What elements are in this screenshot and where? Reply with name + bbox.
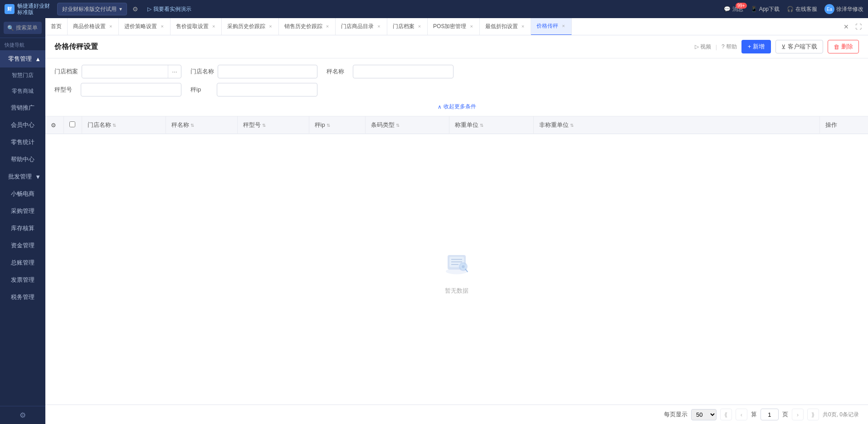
prev-page-button[interactable]: ‹	[736, 409, 747, 420]
tab-sale-history-label: 销售历史价跟踪	[284, 23, 322, 30]
online-service-item[interactable]: 🎧 在线客服	[787, 5, 817, 13]
page-number-input[interactable]	[761, 409, 779, 420]
tab-price-scale[interactable]: 价格传秤 ×	[531, 18, 571, 35]
tab-min-discount[interactable]: 最低折扣设置 ×	[480, 18, 531, 35]
sidebar-item-marketing[interactable]: 营销推广	[0, 99, 45, 116]
page-title: 价格传秤设置	[54, 42, 98, 52]
phone-icon: 📱	[751, 6, 757, 12]
arrow-down-icon: ▼	[35, 173, 41, 180]
version-label: 好业财标准版交付试用	[62, 5, 117, 13]
sidebar-item-invoice-mgmt[interactable]: 发票管理	[0, 271, 45, 289]
scale-model-input[interactable]	[81, 83, 181, 96]
collapse-button[interactable]: ∧ 收起更多条件	[438, 103, 476, 111]
th-weight-unit[interactable]: 称重单位 ⇅	[449, 116, 533, 134]
tab-min-discount-label: 最低折扣设置	[485, 23, 518, 30]
demo-link[interactable]: ▷ 我要看实例演示	[147, 5, 191, 13]
tab-purchase-history-close[interactable]: ×	[268, 24, 273, 29]
tab-store-file[interactable]: 门店档案 ×	[387, 18, 428, 35]
last-page-button[interactable]: ⟫	[807, 409, 819, 420]
main-layout: 🔍 搜索菜单 快捷导航 零售管理 ▲ 智慧门店 零售商城 营销推广 会员中心 零…	[0, 18, 868, 424]
sidebar-item-tax-mgmt[interactable]: 税务管理	[0, 289, 45, 306]
search-menu-button[interactable]: 🔍 搜索菜单	[4, 22, 42, 34]
tab-close-button[interactable]: ✕	[841, 21, 852, 32]
help-icon: ?	[722, 43, 725, 50]
th-scale-ip[interactable]: 秤ip ⇅	[309, 116, 365, 134]
tab-price-setting[interactable]: 商品价格设置 ×	[68, 18, 119, 35]
sidebar-item-purchase-mgmt[interactable]: 采购管理	[0, 202, 45, 220]
tab-home[interactable]: 首页	[45, 18, 68, 35]
tab-price-scale-close[interactable]: ×	[561, 23, 566, 29]
th-barcode-type-label: 条码类型	[371, 121, 395, 129]
first-page-button[interactable]: ⟪	[720, 409, 732, 420]
th-scale-name-label: 秤名称	[171, 121, 189, 129]
video-link[interactable]: ▷ 视频	[695, 43, 711, 51]
tab-sale-history[interactable]: 销售历史价跟踪 ×	[279, 18, 336, 35]
sidebar-item-wholesale-mgmt[interactable]: 批发管理 ▼	[0, 168, 45, 185]
filter-store-file: 门店档案 ···	[54, 65, 181, 78]
sidebar-settings-icon[interactable]: ⚙	[20, 411, 26, 419]
add-button[interactable]: + 新增	[741, 40, 771, 53]
tab-sale-extract-close[interactable]: ×	[211, 24, 216, 29]
per-page-select[interactable]: 10 20 50 100	[691, 409, 717, 420]
th-scale-model[interactable]: 秤型号 ⇅	[237, 116, 309, 134]
th-barcode-type[interactable]: 条码类型 ⇅	[366, 116, 449, 134]
sidebar-item-smart-store[interactable]: 智慧门店	[0, 67, 45, 83]
page-unit: 页	[782, 410, 788, 419]
app-download-item[interactable]: 📱 App下载	[751, 5, 780, 13]
store-file-input[interactable]	[82, 66, 168, 77]
filter-scale-name: 秤名称	[327, 65, 454, 78]
tab-store-file-close[interactable]: ×	[417, 24, 422, 29]
store-name-input[interactable]	[218, 65, 317, 78]
sidebar-item-funds-mgmt[interactable]: 资金管理	[0, 237, 45, 254]
tab-min-discount-close[interactable]: ×	[521, 24, 525, 29]
next-page-button[interactable]: ›	[792, 409, 804, 420]
sort-icon-barcode-type: ⇅	[396, 123, 400, 128]
tab-store-catalog[interactable]: 门店商品目录 ×	[336, 18, 387, 35]
tab-controls: ✕ ⛶	[841, 21, 868, 32]
filter-scale-name-label: 秤名称	[327, 67, 349, 76]
help-link[interactable]: ? 帮助	[722, 43, 737, 51]
tab-pos-mgmt[interactable]: POS加密管理 ×	[428, 18, 480, 35]
version-selector[interactable]: 好业财标准版交付试用 ▾	[57, 3, 127, 15]
scale-name-input[interactable]	[353, 65, 454, 78]
sort-icon-scale-ip: ⇅	[327, 123, 330, 128]
tab-store-catalog-close[interactable]: ×	[376, 24, 381, 29]
sidebar-item-retail-stats[interactable]: 零售统计	[0, 134, 45, 151]
sidebar-item-member-center[interactable]: 会员中心	[0, 116, 45, 134]
global-settings-button[interactable]: ⚙	[131, 4, 140, 14]
tab-sale-extract[interactable]: 售价提取设置 ×	[171, 18, 222, 35]
select-all-checkbox[interactable]	[69, 121, 75, 127]
download-button[interactable]: ⊻ 客户端下载	[775, 40, 823, 53]
store-file-dots-button[interactable]: ···	[168, 65, 181, 78]
tab-purchase-strategy-close[interactable]: ×	[160, 24, 164, 29]
sort-icon-scale-model: ⇅	[262, 123, 266, 128]
tab-maximize-button[interactable]: ⛶	[853, 21, 864, 32]
sidebar-item-inventory[interactable]: 库存核算	[0, 220, 45, 237]
th-scale-name[interactable]: 秤名称 ⇅	[166, 116, 237, 134]
tab-purchase-history[interactable]: 采购历史价跟踪 ×	[222, 18, 278, 35]
sidebar-footer: ⚙	[0, 406, 45, 424]
user-item[interactable]: Ea 徐泽华修改	[824, 4, 863, 14]
filter-scale-ip-label: 秤ip	[190, 86, 213, 94]
delete-button[interactable]: 🗑 删除	[828, 40, 859, 53]
tab-pos-mgmt-close[interactable]: ×	[469, 24, 473, 29]
table-section: ⚙ 门店名称 ⇅ 秤名称	[45, 116, 868, 405]
th-non-weight-unit[interactable]: 非称重单位 ⇅	[533, 116, 820, 134]
message-item[interactable]: 💬 消息 99+	[724, 5, 743, 13]
scale-ip-input[interactable]	[217, 83, 317, 96]
sidebar-item-retail-stats-label: 零售统计	[5, 138, 41, 146]
page-header: 价格传秤设置 ▷ 视频 | ? 帮助 + 新增 ⊻ 客户端下载	[45, 35, 868, 58]
sidebar-item-retail-mall[interactable]: 零售商城	[0, 83, 45, 99]
sidebar-item-xiaochang-ecom[interactable]: 小畅电商	[0, 185, 45, 202]
sidebar-item-wholesale-mgmt-label: 批发管理	[5, 173, 35, 181]
th-settings[interactable]: ⚙	[45, 116, 63, 134]
tab-sale-history-close[interactable]: ×	[325, 24, 330, 29]
tab-purchase-strategy[interactable]: 进价策略设置 ×	[119, 18, 170, 35]
table-settings-icon[interactable]: ⚙	[51, 122, 56, 129]
sort-icon-scale-name: ⇅	[190, 123, 194, 128]
sidebar-item-retail-mgmt[interactable]: 零售管理 ▲	[0, 50, 45, 67]
tab-price-setting-close[interactable]: ×	[108, 24, 113, 29]
sidebar-item-general-ledger[interactable]: 总账管理	[0, 254, 45, 271]
sidebar-item-help-center[interactable]: 帮助中心	[0, 151, 45, 168]
th-store-name[interactable]: 门店名称 ⇅	[82, 116, 166, 134]
